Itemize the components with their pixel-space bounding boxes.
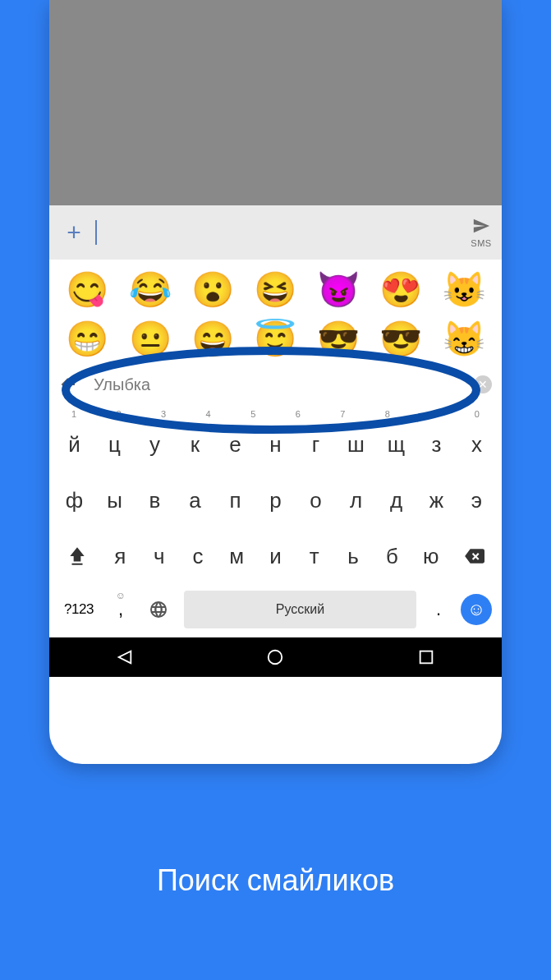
nav-recent-icon[interactable]	[417, 648, 435, 666]
emoji-suggestions: 😋😂😮😆😈😍😺 😁😐😄😇😎😎😸	[49, 260, 502, 363]
send-mode-label: SMS	[471, 238, 491, 248]
letter-key[interactable]: о	[296, 475, 336, 526]
emoji-toggle-key[interactable]: ☺	[456, 587, 497, 633]
emoji-suggestion[interactable]: 😎	[376, 315, 425, 361]
letter-key[interactable]: а	[175, 475, 215, 526]
letter-key[interactable]: я	[101, 531, 140, 582]
letter-key[interactable]: ц	[94, 419, 135, 470]
svg-rect-1	[420, 651, 433, 664]
add-attachment-button[interactable]: +	[57, 219, 90, 246]
backspace-key[interactable]	[450, 531, 497, 582]
letter-key[interactable]: п	[215, 475, 255, 526]
letter-key[interactable]: щ	[376, 419, 416, 470]
number-hint: 4	[192, 409, 225, 419]
symbols-key[interactable]: ?123	[54, 587, 103, 633]
letter-key[interactable]: н	[255, 419, 296, 470]
number-hint: 2	[103, 409, 135, 419]
emoji-suggestion[interactable]: 😁	[62, 315, 112, 361]
emoji-suggestion[interactable]: 😎	[314, 315, 363, 361]
letter-key[interactable]: й	[54, 419, 94, 470]
letter-key[interactable]: в	[135, 475, 175, 526]
letter-key[interactable]: х	[457, 419, 497, 470]
number-hint: 0	[461, 409, 494, 419]
send-icon	[469, 217, 494, 238]
number-hint: 7	[326, 409, 359, 419]
letter-key[interactable]: ш	[336, 419, 376, 470]
letter-key[interactable]: ч	[140, 531, 178, 582]
clear-search-icon[interactable]: ✕	[474, 375, 492, 393]
letter-key[interactable]: ж	[416, 475, 457, 526]
letter-key[interactable]: м	[218, 531, 256, 582]
letter-key[interactable]: и	[256, 531, 295, 582]
back-icon[interactable]	[59, 375, 79, 394]
emoji-suggestion[interactable]: 😇	[250, 315, 300, 361]
nav-home-icon[interactable]	[266, 648, 284, 666]
period-key[interactable]: .	[421, 587, 456, 633]
feature-caption: Поиск смайликов	[0, 863, 551, 898]
emoji-suggestion[interactable]: 😂	[126, 266, 175, 312]
emoji-suggestion[interactable]: 😆	[250, 266, 300, 312]
letter-key[interactable]: р	[255, 475, 296, 526]
letter-key[interactable]: ь	[333, 531, 372, 582]
letter-key[interactable]: ю	[411, 531, 450, 582]
number-hint: 1	[57, 409, 90, 419]
keyboard: 1234567890 йцукенгшщзх фывапролджэ ячсми…	[49, 406, 502, 637]
mini-emoji-icon: ☺	[116, 590, 126, 601]
comma-key[interactable]: ☺ ,	[103, 587, 138, 633]
number-hint: 9	[416, 409, 448, 419]
language-switch-key[interactable]	[138, 587, 179, 633]
shift-key[interactable]	[54, 531, 101, 582]
emoji-suggestion[interactable]: 😈	[314, 266, 363, 312]
svg-point-0	[269, 651, 282, 665]
letter-key[interactable]: с	[178, 531, 217, 582]
send-button[interactable]: SMS	[469, 217, 494, 248]
emoji-suggestion[interactable]: 😸	[439, 315, 489, 361]
emoji-suggestion[interactable]: 😮	[188, 266, 237, 312]
smiley-icon: ☺	[461, 594, 492, 625]
number-hint: 6	[282, 409, 315, 419]
space-key[interactable]: Русский	[184, 591, 416, 628]
emoji-suggestion[interactable]: 😺	[439, 266, 489, 312]
letter-key[interactable]: з	[416, 419, 457, 470]
letter-key[interactable]: э	[457, 475, 497, 526]
emoji-suggestion[interactable]: 😐	[126, 315, 175, 361]
emoji-suggestion[interactable]: 😋	[62, 266, 112, 312]
android-navbar	[49, 637, 502, 677]
letter-key[interactable]: г	[296, 419, 336, 470]
nav-back-icon[interactable]	[116, 648, 134, 666]
text-cursor	[95, 220, 97, 245]
letter-key[interactable]: д	[376, 475, 416, 526]
number-hint: 5	[236, 409, 269, 419]
emoji-search-bar: Улыбка ✕	[49, 363, 502, 406]
compose-bar: + SMS	[49, 205, 502, 260]
app-content-area	[49, 0, 502, 205]
phone-frame: + SMS 😋😂😮😆😈😍😺 😁😐😄😇😎😎😸 Улыбка ✕ 123456789…	[49, 0, 502, 764]
letter-key[interactable]: б	[373, 531, 411, 582]
emoji-search-input[interactable]: Улыбка	[79, 375, 474, 394]
number-hint: 8	[371, 409, 404, 419]
letter-key[interactable]: т	[295, 531, 333, 582]
letter-key[interactable]: л	[336, 475, 376, 526]
number-hint: 3	[147, 409, 180, 419]
emoji-suggestion[interactable]: 😍	[376, 266, 425, 312]
letter-key[interactable]: к	[175, 419, 215, 470]
letter-key[interactable]: ф	[54, 475, 94, 526]
emoji-suggestion[interactable]: 😄	[188, 315, 237, 361]
letter-key[interactable]: е	[215, 419, 255, 470]
letter-key[interactable]: ы	[94, 475, 135, 526]
letter-key[interactable]: у	[135, 419, 175, 470]
